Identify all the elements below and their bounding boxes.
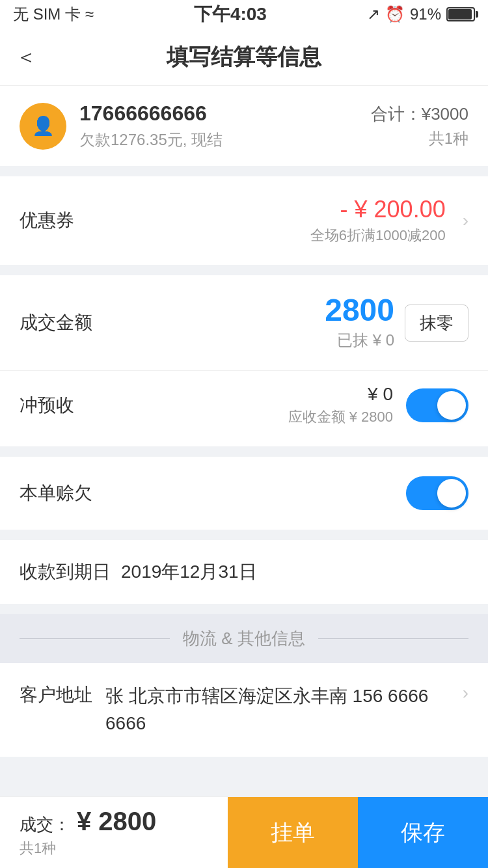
prereceive-toggle[interactable] bbox=[406, 388, 468, 422]
user-phone: 17666666666 bbox=[79, 102, 223, 126]
hang-button[interactable]: 挂单 bbox=[228, 797, 358, 869]
deal-amount-wrap: 2800 已抹 ¥ 0 bbox=[325, 295, 394, 351]
battery-icon bbox=[446, 7, 475, 21]
deal-amount: 2800 bbox=[325, 295, 394, 326]
address-chevron-icon: › bbox=[463, 683, 468, 703]
due-date-value: 2019年12月31日 bbox=[121, 560, 257, 584]
user-card: 👤 17666666666 欠款1276.35元, 现结 合计：¥3000 共1… bbox=[0, 86, 488, 166]
divider-text: 物流 & 其他信息 bbox=[183, 627, 305, 650]
bottom-deal-row: 成交： ¥ 2800 bbox=[20, 807, 208, 836]
debt-section: 本单赊欠 bbox=[0, 457, 488, 530]
save-button[interactable]: 保存 bbox=[358, 797, 488, 869]
deal-right: 2800 已抹 ¥ 0 抹零 bbox=[325, 295, 468, 351]
alarm-icon: ⏰ bbox=[385, 5, 405, 23]
due-date-row: 收款到期日 2019年12月31日 bbox=[20, 560, 468, 584]
coupon-row[interactable]: 优惠券 - ¥ 200.00 全场6折满1000减200 › bbox=[0, 176, 488, 265]
round-button[interactable]: 抹零 bbox=[405, 305, 468, 342]
coupon-value-wrap: - ¥ 200.00 全场6折满1000减200 bbox=[310, 196, 446, 245]
address-label: 客户地址 bbox=[20, 683, 92, 707]
status-time: 下午4:03 bbox=[194, 2, 267, 27]
avatar-icon: 👤 bbox=[32, 115, 55, 137]
prereceive-right: ¥ 0 应收金额 ¥ 2800 bbox=[288, 384, 468, 427]
divider-line-right bbox=[318, 638, 468, 639]
deal-erased: 已抹 ¥ 0 bbox=[325, 330, 394, 351]
prereceive-label: 冲预收 bbox=[20, 393, 74, 418]
status-right: ↗ ⏰ 91% bbox=[367, 5, 475, 23]
prereceive-amount: ¥ 0 bbox=[288, 384, 393, 405]
bottom-deal-label: 成交： bbox=[20, 813, 70, 836]
user-right: 合计：¥3000 共1种 bbox=[371, 103, 468, 149]
prereceive-receivable: 应收金额 ¥ 2800 bbox=[288, 407, 393, 427]
bottom-count: 共1种 bbox=[20, 839, 208, 858]
prereceive-value-wrap: ¥ 0 应收金额 ¥ 2800 bbox=[288, 384, 393, 427]
back-button[interactable]: ＜ bbox=[16, 43, 36, 72]
coupon-value: - ¥ 200.00 全场6折满1000减200 › bbox=[310, 196, 468, 245]
status-bar: 无 SIM 卡 ≈ 下午4:03 ↗ ⏰ 91% bbox=[0, 0, 488, 29]
bottom-deal-amount: ¥ 2800 bbox=[77, 807, 156, 836]
bottom-bar: 成交： ¥ 2800 共1种 挂单 保存 bbox=[0, 796, 488, 868]
divider-section: 物流 & 其他信息 bbox=[0, 614, 488, 663]
address-value: 张 北京市市辖区海淀区永丰南 156 6666 6666 bbox=[105, 683, 443, 737]
user-left: 👤 17666666666 欠款1276.35元, 现结 bbox=[20, 102, 223, 150]
address-section[interactable]: 客户地址 张 北京市市辖区海淀区永丰南 156 6666 6666 › bbox=[0, 663, 488, 757]
coupon-amount: - ¥ 200.00 bbox=[310, 196, 446, 223]
no-sim-label: 无 SIM 卡 ≈ bbox=[13, 4, 94, 25]
divider-line-left bbox=[20, 638, 170, 639]
due-date-label: 收款到期日 bbox=[20, 560, 111, 584]
coupon-label: 优惠券 bbox=[20, 208, 74, 233]
content-area: 👤 17666666666 欠款1276.35元, 现结 合计：¥3000 共1… bbox=[0, 86, 488, 868]
user-info: 17666666666 欠款1276.35元, 现结 bbox=[79, 102, 223, 150]
page-title: 填写结算等信息 bbox=[167, 42, 321, 72]
debt-toggle-circle bbox=[437, 479, 466, 508]
deal-label: 成交金额 bbox=[20, 310, 92, 335]
user-debt: 欠款1276.35元, 现结 bbox=[79, 129, 223, 150]
coupon-desc: 全场6折满1000减200 bbox=[310, 226, 446, 245]
debt-label: 本单赊欠 bbox=[20, 481, 92, 506]
nav-bar: ＜ 填写结算等信息 bbox=[0, 29, 488, 86]
due-date-section: 收款到期日 2019年12月31日 bbox=[0, 540, 488, 604]
bottom-summary: 成交： ¥ 2800 共1种 bbox=[0, 807, 228, 858]
deal-section: 成交金额 2800 已抹 ¥ 0 抹零 冲预收 ¥ 0 应收金额 ¥ 2800 bbox=[0, 275, 488, 446]
coupon-section: 优惠券 - ¥ 200.00 全场6折满1000减200 › bbox=[0, 176, 488, 265]
prereceive-row: 冲预收 ¥ 0 应收金额 ¥ 2800 bbox=[0, 370, 488, 446]
status-left: 无 SIM 卡 ≈ bbox=[13, 4, 94, 25]
location-icon: ↗ bbox=[367, 5, 380, 23]
chevron-right-icon: › bbox=[463, 210, 468, 231]
total-count: 共1种 bbox=[371, 128, 468, 149]
avatar: 👤 bbox=[20, 103, 66, 150]
battery-percent: 91% bbox=[410, 5, 441, 23]
deal-row: 成交金额 2800 已抹 ¥ 0 抹零 bbox=[0, 275, 488, 370]
total-label: 合计：¥3000 bbox=[371, 103, 468, 126]
debt-toggle[interactable] bbox=[406, 476, 468, 510]
toggle-circle bbox=[437, 391, 466, 420]
